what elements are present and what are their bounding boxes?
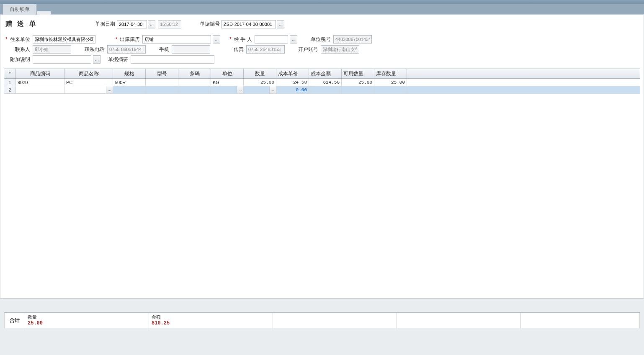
label-mobile: 手机	[158, 46, 170, 53]
remark-lookup-button[interactable]: …	[93, 55, 100, 64]
tab-strip: 自动锁单	[0, 4, 644, 14]
cell-model[interactable]	[146, 86, 178, 93]
label-bank: 开户账号	[297, 46, 319, 53]
col-rownum[interactable]: *	[4, 69, 16, 78]
cell-spec[interactable]: 500R	[113, 79, 146, 86]
required-icon: *	[5, 36, 8, 42]
col-qty[interactable]: 数量	[244, 69, 276, 78]
label-fax: 传真	[233, 46, 245, 53]
input-taxid	[333, 35, 372, 43]
label-summary: 单据摘要	[107, 56, 129, 63]
cell-rownum: 1	[4, 79, 16, 86]
input-summary[interactable]	[131, 55, 214, 64]
required-icon: *	[229, 36, 232, 42]
cell-unit[interactable]: …	[211, 86, 244, 93]
cell-avail[interactable]	[342, 86, 374, 93]
cell-costamt[interactable]: 614.50	[309, 79, 342, 86]
label-contact: 联系人	[14, 46, 31, 53]
cell-barcode[interactable]	[178, 79, 211, 86]
cell-name[interactable]: PC	[64, 79, 113, 86]
col-unit[interactable]: 单位	[211, 69, 244, 78]
col-model[interactable]: 型号	[146, 69, 178, 78]
form-section: * 往来单位 * 出库库房 … * 经 手 人 … 单位税号 联系人 联系电话	[0, 33, 644, 67]
input-handler[interactable]	[255, 35, 288, 43]
docno-lookup-button[interactable]: …	[277, 20, 284, 28]
cell-spec[interactable]	[113, 86, 146, 93]
cell-code[interactable]	[16, 86, 64, 93]
tab-active[interactable]	[37, 11, 51, 15]
window-titlebar	[0, 0, 644, 4]
col-costprice[interactable]: 成本单价	[276, 69, 309, 78]
input-doc-time	[158, 20, 181, 28]
col-name[interactable]: 商品名称	[64, 69, 113, 78]
cell-code[interactable]: 9020	[16, 79, 64, 86]
cell-unit[interactable]: KG	[211, 79, 244, 86]
label-phone: 联系电话	[84, 46, 106, 53]
col-stock[interactable]: 库存数量	[374, 69, 407, 78]
grid-header: * 商品编码 商品名称 规格 型号 条码 单位 数量 成本单价 成本金额 可用数…	[4, 69, 640, 79]
name-lookup-button[interactable]: …	[106, 86, 113, 93]
qty-lookup-button[interactable]: …	[269, 86, 276, 93]
form-title: 赠 送 单	[5, 18, 72, 30]
label-handler: 经 手 人	[233, 36, 253, 43]
cell-name[interactable]: …	[64, 86, 113, 93]
label-doc-no: 单据编号	[199, 20, 221, 28]
cell-costamt[interactable]	[309, 86, 342, 93]
cell-stock[interactable]	[374, 86, 407, 93]
unit-lookup-button[interactable]: …	[237, 86, 243, 93]
label-warehouse: 出库库房	[119, 36, 141, 43]
input-phone	[107, 45, 146, 54]
warehouse-lookup-button[interactable]: …	[213, 35, 220, 43]
input-partner[interactable]	[33, 35, 95, 43]
input-bank	[321, 45, 359, 54]
field-doc-no: 单据编号 …	[199, 20, 284, 28]
cell-qty[interactable]: …	[244, 86, 276, 93]
line-items-grid: * 商品编码 商品名称 规格 型号 条码 单位 数量 成本单价 成本金额 可用数…	[4, 69, 640, 94]
input-fax	[246, 45, 285, 54]
cell-qty[interactable]: 25.00	[244, 79, 276, 86]
input-remark[interactable]	[33, 55, 91, 64]
table-row[interactable]: 1 9020 PC 500R KG 25.00 24.58 614.50 25.…	[4, 79, 640, 86]
cell-stock[interactable]: 25.00	[374, 79, 407, 86]
col-costamt[interactable]: 成本金额	[309, 69, 342, 78]
input-doc-no[interactable]	[222, 20, 276, 28]
date-picker-button[interactable]: …	[148, 20, 155, 28]
label-remark: 附加说明	[9, 56, 31, 63]
grid-body: 1 9020 PC 500R KG 25.00 24.58 614.50 25.…	[4, 79, 640, 94]
tab-inactive[interactable]: 自动锁单	[3, 4, 37, 15]
label-taxid: 单位税号	[310, 36, 332, 43]
input-contact	[33, 45, 71, 54]
table-row[interactable]: 2 … … … 0.00	[4, 86, 640, 94]
label-doc-date: 单据日期	[94, 20, 116, 28]
required-icon: *	[116, 36, 118, 42]
col-barcode[interactable]: 条码	[178, 69, 211, 78]
input-mobile	[172, 45, 210, 54]
cell-barcode[interactable]	[178, 86, 211, 93]
content-panel: 赠 送 单 单据日期 … 单据编号 … * 往来单位 * 出库库房 … * 经 …	[0, 14, 644, 299]
doc-header: 赠 送 单 单据日期 … 单据编号 …	[0, 15, 644, 33]
cell-model[interactable]	[146, 79, 178, 86]
cell-costprice[interactable]: 24.58	[276, 79, 309, 86]
col-avail[interactable]: 可用数量	[342, 69, 374, 78]
input-warehouse[interactable]	[142, 35, 211, 43]
label-partner: 往来单位	[9, 36, 31, 43]
col-spec[interactable]: 规格	[113, 69, 146, 78]
cell-costprice[interactable]: 0.00	[276, 86, 309, 93]
field-doc-date: 单据日期 …	[94, 20, 181, 28]
cell-avail[interactable]: 25.00	[342, 79, 374, 86]
input-doc-date[interactable]	[117, 20, 147, 28]
handler-lookup-button[interactable]: …	[290, 35, 297, 43]
col-code[interactable]: 商品编码	[16, 69, 64, 78]
cell-rownum: 2	[4, 86, 16, 93]
